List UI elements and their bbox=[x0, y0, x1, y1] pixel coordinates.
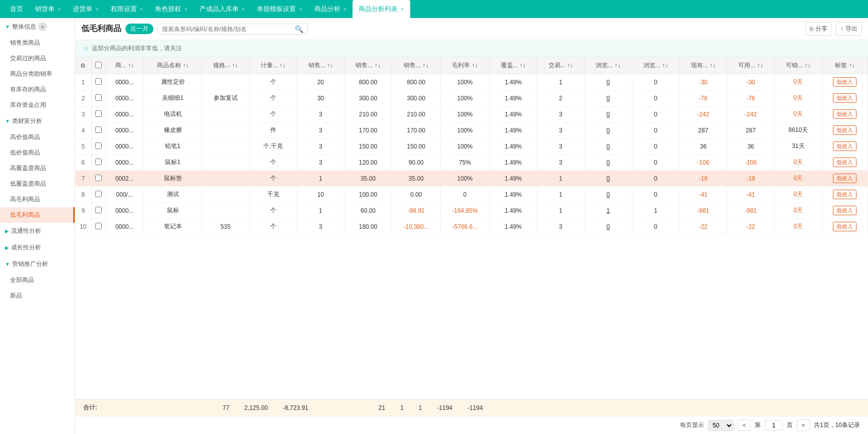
sidebar: ▼ 整体信息 « 销售类商品 交易过的商品 商品分类助销率 有库存的商品 库存资… bbox=[0, 18, 75, 434]
row-checkbox[interactable] bbox=[91, 203, 105, 219]
row-checkbox[interactable] bbox=[91, 122, 105, 138]
row-browse1[interactable]: 0 bbox=[585, 187, 632, 203]
row-browse1[interactable]: 0 bbox=[585, 90, 632, 106]
nav-product-analysis-list[interactable]: 商品分析列表 × bbox=[353, 0, 410, 18]
close-icon[interactable]: × bbox=[401, 6, 404, 12]
col-gross-rate[interactable]: 毛利率 ↑↓ bbox=[440, 57, 489, 74]
col-settings[interactable]: ⚙ bbox=[75, 57, 91, 74]
sidebar-group-overall[interactable]: ▼ 整体信息 « bbox=[0, 18, 75, 35]
table-row: 7 0002... 鼠标垫 个 1 35.00 35.00 100% 1.49%… bbox=[75, 171, 868, 187]
row-checkbox[interactable] bbox=[91, 171, 105, 187]
nav-product-entry[interactable]: 产成品入库单 × bbox=[194, 0, 251, 18]
table-area[interactable]: ⚙ 商... ↑↓ 商品名称 ↑↓ 规格... ↑↓ 计量... ↑↓ 销售..… bbox=[75, 57, 868, 399]
col-unit[interactable]: 计量... ↑↓ bbox=[249, 57, 297, 74]
export-button[interactable]: ↑ 导出 bbox=[836, 22, 862, 36]
page-input[interactable] bbox=[765, 420, 783, 430]
nav-role-auth[interactable]: 角色授权 × bbox=[149, 0, 193, 18]
sidebar-item-all-products[interactable]: 全部商品 bbox=[0, 272, 75, 288]
per-page-select[interactable]: 50 100 200 bbox=[708, 420, 734, 431]
row-select-checkbox[interactable] bbox=[95, 78, 102, 85]
row-browse1[interactable]: 0 bbox=[585, 219, 632, 235]
close-icon[interactable]: × bbox=[140, 6, 143, 12]
row-checkbox[interactable] bbox=[91, 219, 105, 235]
sidebar-item-high-coverage[interactable]: 高覆盖度商品 bbox=[0, 161, 75, 176]
row-browse1[interactable]: 0 bbox=[585, 138, 632, 155]
sidebar-item-sales-products[interactable]: 销售类商品 bbox=[0, 35, 75, 51]
next-page-button[interactable]: ＞ bbox=[797, 419, 810, 431]
search-input[interactable] bbox=[162, 26, 295, 33]
period-button[interactable]: 近一月 bbox=[125, 24, 153, 34]
nav-template-settings[interactable]: 单据模板设置 × bbox=[251, 0, 308, 18]
prev-page-button[interactable]: ＜ bbox=[738, 419, 751, 431]
nav-purchase-order[interactable]: 进货单 × bbox=[67, 0, 104, 18]
col-transactions[interactable]: 交易... ↑↓ bbox=[537, 57, 585, 74]
row-select-checkbox[interactable] bbox=[95, 223, 102, 229]
row-checkbox[interactable] bbox=[91, 187, 105, 203]
row-select-checkbox[interactable] bbox=[95, 175, 102, 181]
col-tag[interactable]: 标签 ↑↓ bbox=[822, 57, 867, 74]
col-checkbox-all[interactable] bbox=[91, 57, 105, 74]
row-select-checkbox[interactable] bbox=[95, 94, 102, 101]
sidebar-item-inventory-capital[interactable]: 库存资金占用 bbox=[0, 97, 75, 113]
select-all-checkbox[interactable] bbox=[95, 62, 102, 68]
nav-permissions[interactable]: 权限设置 × bbox=[105, 0, 149, 18]
close-icon[interactable]: × bbox=[242, 6, 245, 12]
col-coverage[interactable]: 覆盖... ↑↓ bbox=[489, 57, 537, 74]
page-label: 第 bbox=[755, 421, 761, 429]
nav-product-analysis[interactable]: 商品分析 × bbox=[308, 0, 353, 18]
close-icon[interactable]: × bbox=[58, 6, 61, 12]
sidebar-group-growth[interactable]: ▶ 成长性分析 bbox=[0, 239, 75, 256]
row-select-checkbox[interactable] bbox=[95, 110, 102, 117]
row-select-checkbox[interactable] bbox=[95, 142, 102, 149]
row-checkbox[interactable] bbox=[91, 90, 105, 106]
col-current-stock[interactable]: 现有... ↑↓ bbox=[679, 57, 727, 74]
row-checkbox[interactable] bbox=[91, 106, 105, 122]
nav-home[interactable]: 首页 bbox=[4, 0, 29, 18]
row-select-checkbox[interactable] bbox=[95, 126, 102, 133]
close-icon[interactable]: × bbox=[184, 6, 187, 12]
nav-sales-order[interactable]: 销货单 × bbox=[29, 0, 67, 18]
row-checkbox[interactable] bbox=[91, 155, 105, 171]
share-button[interactable]: ⎘ 分享 bbox=[805, 22, 832, 36]
row-browse1[interactable]: 1 bbox=[585, 203, 632, 219]
search-icon[interactable]: 🔍 bbox=[295, 25, 303, 33]
col-sales-amount[interactable]: 销售... ↑↓ bbox=[392, 57, 440, 74]
close-icon[interactable]: × bbox=[95, 6, 98, 12]
sidebar-item-high-value[interactable]: 高价值商品 bbox=[0, 129, 75, 145]
col-spec[interactable]: 规格... ↑↓ bbox=[202, 57, 250, 74]
col-browse1[interactable]: 浏览... ↑↓ bbox=[585, 57, 632, 74]
sidebar-item-traded-products[interactable]: 交易过的商品 bbox=[0, 51, 75, 66]
sidebar-item-new-products[interactable]: 新品 bbox=[0, 288, 75, 304]
row-checkbox[interactable] bbox=[91, 138, 105, 155]
row-browse1[interactable]: 0 bbox=[585, 74, 632, 90]
sidebar-item-category-rate[interactable]: 商品分类助销率 bbox=[0, 66, 75, 82]
sidebar-group-circulation[interactable]: ▶ 流通性分析 bbox=[0, 223, 75, 239]
row-select-checkbox[interactable] bbox=[95, 207, 102, 213]
col-sales-price[interactable]: 销售... ↑↓ bbox=[344, 57, 392, 74]
row-sales-qty: 3 bbox=[297, 122, 344, 138]
row-select-checkbox[interactable] bbox=[95, 159, 102, 165]
sidebar-item-low-value[interactable]: 低价值商品 bbox=[0, 145, 75, 161]
col-available[interactable]: 可用... ↑↓ bbox=[727, 57, 775, 74]
sidebar-item-low-coverage[interactable]: 低覆盖度商品 bbox=[0, 176, 75, 192]
col-browse2[interactable]: 浏览... ↑↓ bbox=[632, 57, 679, 74]
row-sales-qty: 3 bbox=[297, 138, 344, 155]
col-sellable[interactable]: 可销... ↑↓ bbox=[774, 57, 822, 74]
row-checkbox[interactable] bbox=[91, 74, 105, 90]
sidebar-item-low-margin[interactable]: 低毛利商品 bbox=[0, 207, 75, 223]
row-select-checkbox[interactable] bbox=[95, 191, 102, 197]
sidebar-item-high-margin[interactable]: 高毛利商品 bbox=[0, 192, 75, 207]
collapse-btn[interactable]: « bbox=[38, 22, 47, 31]
row-browse1[interactable]: 0 bbox=[585, 122, 632, 138]
sidebar-item-stocked-products[interactable]: 有库存的商品 bbox=[0, 82, 75, 97]
row-browse1[interactable]: 0 bbox=[585, 171, 632, 187]
col-name[interactable]: 商品名称 ↑↓ bbox=[144, 57, 202, 74]
col-code[interactable]: 商... ↑↓ bbox=[105, 57, 144, 74]
sidebar-group-marketing[interactable]: ▼ 营销推广分析 bbox=[0, 256, 75, 272]
close-icon[interactable]: × bbox=[343, 6, 346, 12]
close-icon[interactable]: × bbox=[299, 6, 302, 12]
row-browse1[interactable]: 0 bbox=[585, 155, 632, 171]
sidebar-group-wealth[interactable]: ▼ 类财富分析 bbox=[0, 113, 75, 129]
col-sales-qty[interactable]: 销售... ↑↓ bbox=[297, 57, 344, 74]
row-browse1[interactable]: 0 bbox=[585, 106, 632, 122]
